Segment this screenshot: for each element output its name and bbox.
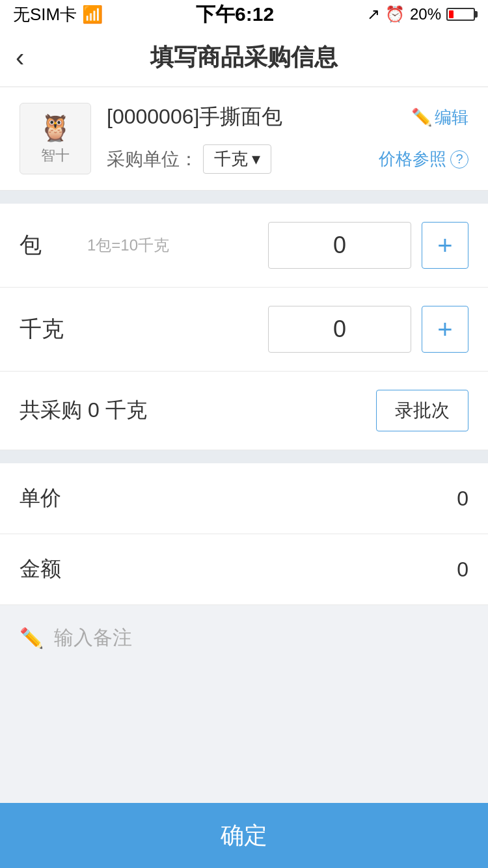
pack-quantity-input[interactable]: 0 bbox=[268, 222, 411, 269]
status-bar: 无SIM卡 📶 下午6:12 ↗ ⏰ 20% bbox=[0, 0, 488, 29]
unit-selector-wrap: 采购单位： 千克 ▾ bbox=[107, 144, 271, 174]
summary-unit: 千克 bbox=[105, 398, 147, 422]
battery-icon bbox=[446, 8, 475, 21]
confirm-label: 确定 bbox=[221, 820, 267, 852]
unit-value: 千克 bbox=[214, 148, 248, 170]
kg-input-row: 千克 0 + bbox=[0, 288, 488, 372]
summary-amount: 0 bbox=[88, 398, 100, 422]
unit-price-value: 0 bbox=[457, 487, 468, 511]
unit-chevron-icon: ▾ bbox=[252, 149, 260, 169]
unit-select[interactable]: 千克 ▾ bbox=[203, 144, 271, 174]
amount-label: 金额 bbox=[20, 555, 61, 584]
unit-price-row: 单价 0 bbox=[0, 463, 488, 534]
batch-button[interactable]: 录批次 bbox=[376, 390, 468, 431]
product-thumbnail: 🦉 智十 bbox=[20, 103, 91, 174]
status-right: ↗ ⏰ 20% bbox=[367, 5, 475, 23]
unit-price-label: 单价 bbox=[20, 484, 61, 513]
note-section[interactable]: ✏️ 输入备注 bbox=[0, 605, 488, 671]
batch-label: 录批次 bbox=[395, 400, 450, 420]
kg-plus-button[interactable]: + bbox=[422, 306, 468, 353]
kg-plus-icon: + bbox=[437, 315, 452, 344]
product-thumb-icon: 🦉 bbox=[39, 113, 72, 143]
input-section: 包 1包=10千克 0 + 千克 0 + 共采购 0 千克 录批次 bbox=[0, 204, 488, 450]
status-time: 下午6:12 bbox=[196, 1, 274, 28]
pack-quantity-value: 0 bbox=[333, 232, 346, 259]
product-title: 手撕面包 bbox=[199, 105, 282, 128]
battery-percent: 20% bbox=[410, 5, 441, 23]
edit-label: 编辑 bbox=[435, 106, 468, 129]
summary-label: 共采购 bbox=[20, 398, 82, 422]
price-ref-label: 价格参照 bbox=[379, 148, 446, 170]
note-input[interactable]: 输入备注 bbox=[54, 625, 132, 651]
product-name: [0000006]手撕面包 bbox=[107, 103, 282, 131]
amount-value: 0 bbox=[457, 558, 468, 582]
pack-plus-icon: + bbox=[437, 231, 452, 260]
edit-button[interactable]: ✏️ 编辑 bbox=[411, 106, 468, 129]
summary-row: 共采购 0 千克 录批次 bbox=[0, 372, 488, 450]
divider-1 bbox=[0, 191, 488, 204]
location-icon: ↗ bbox=[367, 5, 380, 23]
pack-sublabel: 1包=10千克 bbox=[87, 235, 169, 256]
nav-bar: ‹ 填写商品采购信息 bbox=[0, 29, 488, 87]
product-header: [0000006]手撕面包 ✏️ 编辑 bbox=[107, 103, 468, 131]
note-pencil-icon: ✏️ bbox=[20, 627, 44, 649]
product-thumb-label: 智十 bbox=[41, 146, 70, 165]
summary-text: 共采购 0 千克 bbox=[20, 396, 147, 425]
divider-2 bbox=[0, 450, 488, 463]
pack-plus-button[interactable]: + bbox=[422, 222, 468, 269]
info-section: 单价 0 金额 0 bbox=[0, 463, 488, 605]
kg-quantity-input[interactable]: 0 bbox=[268, 306, 411, 353]
product-id: [0000006] bbox=[107, 105, 199, 128]
battery-fill bbox=[449, 10, 454, 18]
kg-label: 千克 bbox=[20, 314, 72, 344]
wifi-icon: 📶 bbox=[82, 5, 103, 25]
edit-icon: ✏️ bbox=[411, 107, 432, 128]
price-ref-help-icon: ? bbox=[450, 150, 468, 169]
carrier-label: 无SIM卡 bbox=[13, 3, 77, 26]
product-info: [0000006]手撕面包 ✏️ 编辑 采购单位： 千克 ▾ 价格参照 ? bbox=[107, 103, 468, 174]
confirm-button[interactable]: 确定 bbox=[0, 803, 488, 868]
unit-label: 采购单位： bbox=[107, 147, 198, 172]
alarm-icon: ⏰ bbox=[385, 5, 405, 23]
status-left: 无SIM卡 📶 bbox=[13, 3, 103, 26]
kg-quantity-value: 0 bbox=[333, 316, 346, 343]
page-title: 填写商品采购信息 bbox=[150, 42, 338, 74]
amount-row: 金额 0 bbox=[0, 534, 488, 605]
back-button[interactable]: ‹ bbox=[16, 43, 24, 72]
product-unit-row: 采购单位： 千克 ▾ 价格参照 ? bbox=[107, 144, 468, 174]
price-ref-button[interactable]: 价格参照 ? bbox=[379, 148, 468, 170]
pack-label: 包 bbox=[20, 230, 72, 260]
product-card: 🦉 智十 [0000006]手撕面包 ✏️ 编辑 采购单位： 千克 ▾ 价格参照 bbox=[0, 87, 488, 191]
pack-input-row: 包 1包=10千克 0 + bbox=[0, 204, 488, 288]
